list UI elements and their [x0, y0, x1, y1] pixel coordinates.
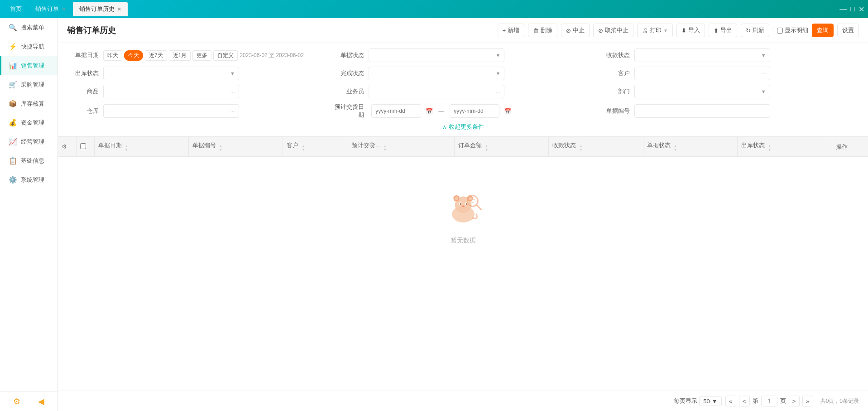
th-out-status[interactable]: 出库状态 ▲▼: [738, 137, 832, 157]
export-button[interactable]: ⬆ 导出: [709, 24, 737, 37]
dept-arrow: ▼: [761, 89, 766, 94]
customer-dots: ···: [762, 71, 766, 76]
th-expected-delivery[interactable]: 预计交货... ▲▼: [348, 137, 454, 157]
th-bill-date[interactable]: 单据日期 ▲▼: [94, 137, 188, 157]
query-button[interactable]: 查询: [812, 24, 834, 37]
sidebar-settings-icon[interactable]: ⚙: [13, 396, 20, 406]
sort-order-amount: ▲▼: [485, 145, 489, 152]
filter-area: 单据日期 昨天 今天 近7天 近1月 更多 自定义 2023-06-02 至 2…: [58, 43, 868, 137]
delete-button[interactable]: 🗑 删除: [528, 24, 557, 37]
date-1month[interactable]: 近1月: [169, 50, 191, 61]
tab-sales-order[interactable]: 销售订单 ✕: [29, 2, 72, 16]
inventory-calc-icon: 📦: [9, 100, 17, 108]
bill-status-select[interactable]: ▼: [369, 48, 504, 62]
select-all-checkbox[interactable]: [80, 143, 86, 149]
sidebar-item-search-menu[interactable]: 🔍 搜索菜单: [0, 18, 58, 37]
warehouse-dots: ···: [230, 108, 235, 115]
expected-date-label: 预计交货日期: [332, 103, 369, 119]
expected-date-to[interactable]: [450, 104, 499, 118]
calendar-from-icon[interactable]: 📅: [426, 108, 433, 115]
sidebar-collapse-icon[interactable]: ◀: [38, 396, 44, 406]
date-7days[interactable]: 近7天: [145, 50, 167, 61]
last-page-button[interactable]: »: [802, 396, 813, 406]
sidebar-item-quick-nav[interactable]: ⚡ 快捷导航: [0, 37, 58, 56]
date-custom[interactable]: 自定义: [213, 50, 238, 61]
sidebar-item-system-mgmt[interactable]: ⚙️ 系统管理: [0, 170, 58, 189]
expected-date-filter: 预计交货日期 📅 — 📅: [332, 103, 593, 119]
date-more[interactable]: 更多: [192, 50, 211, 61]
page-number-input[interactable]: [761, 396, 777, 406]
out-status-select[interactable]: ▼: [103, 67, 239, 80]
minimize-icon[interactable]: —: [839, 5, 847, 13]
tab-sales-order-close[interactable]: ✕: [62, 7, 66, 12]
settings-button[interactable]: 设置: [837, 24, 859, 37]
sidebar-item-business-mgmt[interactable]: 📈 经营管理: [0, 132, 58, 151]
date-today[interactable]: 今天: [124, 50, 143, 61]
empty-text: 暂无数据: [451, 237, 476, 245]
th-customer[interactable]: 客户 ▲▼: [283, 137, 348, 157]
th-bill-status[interactable]: 单据状态 ▲▼: [643, 137, 737, 157]
purchase-mgmt-icon: 🛒: [9, 81, 17, 89]
tab-home[interactable]: 首页: [4, 2, 28, 16]
prev-page-button[interactable]: <: [739, 396, 750, 406]
system-mgmt-icon: ⚙️: [9, 176, 17, 184]
dept-filter: 部门 ▼: [598, 85, 859, 98]
warehouse-filter: 仓库 ···: [67, 104, 328, 118]
page-size-box[interactable]: 50 ▼: [699, 396, 721, 406]
first-page-button[interactable]: «: [725, 396, 736, 406]
warehouse-select[interactable]: ···: [103, 104, 239, 118]
sidebar-item-inventory-calc[interactable]: 📦 库存核算: [0, 94, 58, 113]
bill-no-filter: 单据编号: [598, 104, 859, 118]
collapse-row[interactable]: ∧ 收起更多条件: [67, 122, 859, 131]
table-settings-icon[interactable]: ⚙: [62, 143, 67, 150]
th-order-amount[interactable]: 订单金额 ▲▼: [455, 137, 549, 157]
sidebar-item-capital-mgmt[interactable]: 💰 资金管理: [0, 113, 58, 132]
th-settings[interactable]: ⚙: [58, 137, 76, 157]
page-label: 页: [780, 397, 786, 405]
maximize-icon[interactable]: □: [850, 5, 855, 13]
capital-mgmt-icon: 💰: [9, 119, 17, 127]
expected-date-from[interactable]: [371, 104, 421, 118]
dept-label: 部门: [598, 87, 634, 96]
table-area: ⚙ 单据日期 ▲▼ 单据编号 ▲▼: [58, 137, 868, 391]
tab-sales-order-history-close[interactable]: ✕: [117, 7, 121, 12]
print-button[interactable]: 🖨 打印 ▼: [637, 24, 673, 37]
complete-status-select[interactable]: ▼: [369, 67, 504, 80]
goods-filter: 商品 ···: [67, 85, 328, 98]
th-bill-no[interactable]: 单据编号 ▲▼: [188, 137, 283, 157]
customer-select[interactable]: ···: [634, 67, 770, 80]
new-button[interactable]: + 新增: [498, 24, 525, 37]
salesman-select[interactable]: ···: [369, 85, 504, 98]
dept-select[interactable]: ▼: [634, 85, 770, 98]
date-yesterday[interactable]: 昨天: [103, 50, 122, 61]
sidebar-item-purchase-mgmt[interactable]: 🛒 采购管理: [0, 75, 58, 94]
th-receipt-status[interactable]: 收款状态 ▲▼: [549, 137, 643, 157]
display-detail-input[interactable]: [777, 28, 783, 34]
stop-button[interactable]: ⊘ 中止: [561, 24, 590, 37]
bill-status-label: 单据状态: [332, 51, 369, 59]
out-status-filter: 出库状态 ▼: [67, 67, 328, 80]
receipt-status-arrow: ▼: [761, 53, 766, 58]
receipt-status-select[interactable]: ▼: [634, 48, 770, 62]
pagination-footer: 每页显示 50 ▼ « < 第 页 >: [58, 391, 868, 411]
calendar-to-icon[interactable]: 📅: [504, 108, 511, 115]
salesman-filter: 业务员 ···: [332, 85, 593, 98]
date-filter-label: 单据日期: [67, 51, 103, 59]
customer-filter: 客户 ···: [598, 67, 859, 80]
display-detail-checkbox[interactable]: 显示明细: [777, 26, 808, 34]
page-size-value: 50: [703, 398, 710, 405]
content-area: 销售订单历史 + 新增 🗑 删除 ⊘ 中止 ⊘: [58, 18, 868, 411]
empty-state-illustration: [441, 184, 486, 229]
sidebar-item-sales-mgmt[interactable]: 📊 销售管理: [0, 56, 58, 75]
cancel-stop-button[interactable]: ⊘ 取消中止: [593, 24, 633, 37]
window-close-icon[interactable]: ✕: [858, 5, 864, 14]
bill-no-input[interactable]: [634, 104, 770, 118]
import-button[interactable]: ⬇ 导入: [676, 24, 705, 37]
sidebar-item-basic-info[interactable]: 📋 基础信息: [0, 151, 58, 170]
goods-select[interactable]: ···: [103, 85, 239, 98]
next-page-button[interactable]: >: [789, 396, 800, 406]
th-checkbox[interactable]: [76, 137, 94, 157]
refresh-button[interactable]: ↻ 刷新: [741, 24, 769, 37]
sort-out-status: ▲▼: [768, 145, 772, 152]
tab-sales-order-history[interactable]: 销售订单历史 ✕: [73, 2, 128, 16]
